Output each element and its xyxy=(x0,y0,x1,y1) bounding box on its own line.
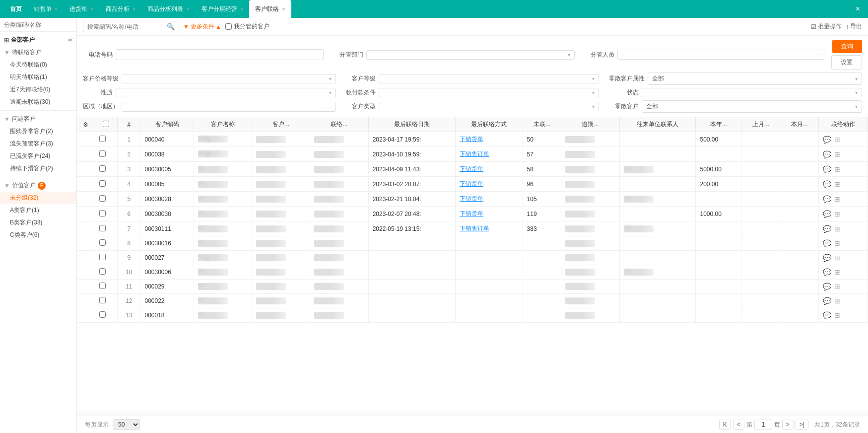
qr-icon[interactable]: ⊞ xyxy=(834,210,840,218)
comment-icon[interactable]: 💬 xyxy=(823,210,831,218)
row-checkbox[interactable] xyxy=(99,165,106,172)
reset-btn[interactable]: 设置 xyxy=(831,55,862,70)
td-check[interactable] xyxy=(95,294,118,308)
row-checkbox[interactable] xyxy=(99,297,106,303)
comment-icon[interactable]: 💬 xyxy=(823,311,831,319)
row-checkbox[interactable] xyxy=(99,210,106,216)
comment-icon[interactable]: 💬 xyxy=(823,165,831,173)
filter-status-select[interactable]: ▾ xyxy=(642,88,862,97)
tab-customer-contact-close[interactable]: × xyxy=(282,6,285,12)
gear-icon[interactable]: ⚙ xyxy=(83,121,88,128)
qr-icon[interactable]: ⊞ xyxy=(834,180,840,188)
contact-method-link[interactable]: 下销货单 xyxy=(460,195,483,202)
contact-method-link[interactable]: 下销货单 xyxy=(460,136,483,143)
comment-icon[interactable]: 💬 xyxy=(823,180,831,188)
tab-sales[interactable]: 销售单 × xyxy=(28,0,64,18)
qr-icon[interactable]: ⊞ xyxy=(834,283,840,290)
contact-method-link[interactable]: 下销货单 xyxy=(460,165,483,172)
filter-region-select[interactable]: ··· xyxy=(122,102,336,112)
comment-icon[interactable]: 💬 xyxy=(823,268,831,276)
th-check[interactable] xyxy=(95,117,118,132)
td-last-contact-method[interactable]: 下销货单 xyxy=(455,192,523,207)
prev-page-btn[interactable]: < xyxy=(733,420,744,430)
tab-analysis-list[interactable]: 商品分析列表 × xyxy=(141,0,195,18)
qr-icon[interactable]: ⊞ xyxy=(834,165,840,173)
qr-icon[interactable]: ⊞ xyxy=(834,311,840,319)
tab-customer-segment[interactable]: 客户分层经营 × xyxy=(196,0,249,18)
page-size-select[interactable]: 50 20 100 xyxy=(113,419,140,430)
th-gear[interactable]: ⚙ xyxy=(77,117,95,132)
td-check[interactable] xyxy=(95,207,118,221)
comment-icon[interactable]: 💬 xyxy=(823,150,831,158)
td-check[interactable] xyxy=(95,265,118,280)
sidebar-item-week[interactable]: 近7天待联络(0) xyxy=(0,83,76,96)
td-last-contact-method[interactable]: 下销售订单 xyxy=(455,147,523,162)
filter-nature-select[interactable]: ▾ xyxy=(116,88,336,97)
filter-phone-input[interactable] xyxy=(116,49,324,60)
td-check[interactable] xyxy=(95,221,118,236)
search-box[interactable]: 🔍 xyxy=(83,21,179,32)
td-last-contact-method[interactable]: 下销货单 xyxy=(455,177,523,192)
filter-dept-select[interactable]: ▾ xyxy=(366,50,574,60)
td-check[interactable] xyxy=(95,236,118,251)
row-checkbox[interactable] xyxy=(99,180,106,187)
td-last-contact-method[interactable] xyxy=(455,308,523,323)
comment-icon[interactable]: 💬 xyxy=(823,195,831,203)
next-page-btn[interactable]: > xyxy=(782,420,794,430)
sidebar-search-input[interactable] xyxy=(4,21,77,28)
qr-icon[interactable]: ⊞ xyxy=(834,225,840,233)
qr-icon[interactable]: ⊞ xyxy=(834,150,840,158)
td-last-contact-method[interactable]: 下销货单 xyxy=(455,132,523,147)
td-last-contact-method[interactable]: 下销货单 xyxy=(455,207,523,221)
sidebar-item-classB[interactable]: B类客户(33) xyxy=(0,216,76,229)
sidebar-all-customers[interactable]: ⊞ 全部客户 ≪ xyxy=(0,32,76,46)
qr-icon[interactable]: ⊞ xyxy=(834,254,840,262)
sidebar-item-classA[interactable]: A类客户(1) xyxy=(0,204,76,216)
contact-method-link[interactable]: 下销售订单 xyxy=(460,150,489,157)
sidebar-problem-group[interactable]: ▼ 问题客户 xyxy=(0,113,76,125)
nav-close-all[interactable]: × xyxy=(852,4,864,13)
sidebar-item-abnormal[interactable]: 囤购异常客户(2) xyxy=(0,125,76,138)
query-btn[interactable]: 查询 xyxy=(832,40,862,53)
select-all-checkbox[interactable] xyxy=(103,121,109,127)
tab-analysis-list-close[interactable]: × xyxy=(186,6,189,12)
td-check[interactable] xyxy=(95,162,118,177)
collapse-icon[interactable]: ≪ xyxy=(67,37,72,43)
main-search-icon[interactable]: 🔍 xyxy=(167,23,175,30)
contact-method-link[interactable]: 下销售订单 xyxy=(460,225,489,232)
last-page-btn[interactable]: >| xyxy=(796,420,808,430)
td-last-contact-method[interactable] xyxy=(455,265,523,280)
tab-home[interactable]: 首页 xyxy=(4,0,28,18)
sidebar-item-declining[interactable]: 持续下滑客户(2) xyxy=(0,162,76,175)
td-check[interactable] xyxy=(95,308,118,323)
first-page-btn[interactable]: K xyxy=(719,420,731,430)
row-checkbox[interactable] xyxy=(99,283,106,289)
row-checkbox[interactable] xyxy=(99,311,106,318)
row-checkbox[interactable] xyxy=(99,195,106,202)
sidebar-item-classC[interactable]: C类客户(6) xyxy=(0,229,76,241)
filter-retail-attr-select[interactable]: 全部 ▾ xyxy=(648,72,862,85)
tab-customer-segment-close[interactable]: × xyxy=(240,6,243,12)
td-last-contact-method[interactable] xyxy=(455,280,523,294)
tab-analysis-close[interactable]: × xyxy=(133,6,135,12)
sidebar-search-box[interactable]: 🔍 xyxy=(0,18,76,32)
td-check[interactable] xyxy=(95,280,118,294)
filter-manager-select[interactable]: ··· xyxy=(617,50,825,60)
horizontal-scrollbar[interactable] xyxy=(77,412,868,416)
qr-icon[interactable]: ⊞ xyxy=(834,297,840,305)
tab-customer-contact[interactable]: 客户联络 × xyxy=(249,0,291,18)
my-customers-check[interactable]: 我分管的客户 xyxy=(225,22,269,31)
td-last-contact-method[interactable]: 下销货单 xyxy=(455,162,523,177)
comment-icon[interactable]: 💬 xyxy=(823,136,831,144)
current-page-input[interactable] xyxy=(754,420,772,430)
sidebar-item-today[interactable]: 今天待联络(0) xyxy=(0,59,76,71)
filter-price-select[interactable]: ▾ xyxy=(122,74,336,83)
sidebar-item-overdue[interactable]: 逾期未联络(30) xyxy=(0,96,76,108)
td-check[interactable] xyxy=(95,177,118,192)
qr-icon[interactable]: ⊞ xyxy=(834,195,840,203)
filter-cust-level-select[interactable]: ▾ xyxy=(379,74,599,83)
comment-icon[interactable]: 💬 xyxy=(823,254,831,262)
main-search-input[interactable] xyxy=(87,23,167,30)
tab-sales-close[interactable]: × xyxy=(55,6,58,12)
td-last-contact-method[interactable] xyxy=(455,294,523,308)
